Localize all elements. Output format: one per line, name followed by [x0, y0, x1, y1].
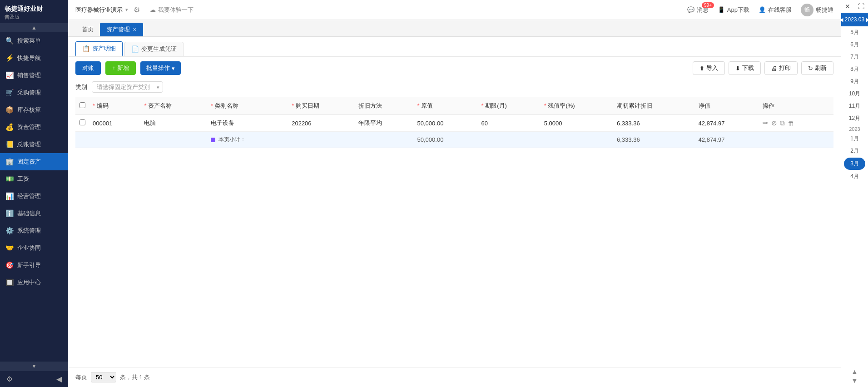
- tab-asset-mgmt[interactable]: 资产管理 ✕: [100, 23, 143, 36]
- appcenter-icon: 🔲: [5, 278, 14, 287]
- per-page-select[interactable]: 50 10 20 100: [91, 372, 116, 382]
- copy-icon[interactable]: ⧉: [780, 119, 785, 127]
- message-badge: 99+: [702, 2, 714, 8]
- cal-month-11[interactable]: 11月: [841, 100, 868, 112]
- sidebar-scroll-down[interactable]: ▼: [0, 362, 68, 371]
- sidebar-item-payroll[interactable]: 💵 工资: [0, 170, 68, 188]
- company-selector[interactable]: 医疗器械行业演示 ▾: [75, 6, 128, 14]
- tab-home[interactable]: 首页: [75, 23, 100, 36]
- batch-button[interactable]: 批量操作 ▾: [140, 61, 181, 75]
- sidebar-item-system[interactable]: ⚙️ 系统管理: [0, 222, 68, 239]
- row-net-value: 42,874.97: [695, 115, 759, 132]
- row-original-value: 50,000.00: [414, 115, 478, 132]
- app-download-label: App下载: [727, 6, 749, 14]
- category-select-wrap: 请选择固定资产类别: [92, 81, 163, 93]
- download-icon: 📱: [718, 6, 725, 13]
- cal-month-4[interactable]: 4月: [841, 170, 868, 183]
- experience-btn[interactable]: ☁ 我要体验一下: [150, 6, 193, 14]
- cal-month-1[interactable]: 1月: [841, 133, 868, 145]
- change-voucher-icon: 📄: [131, 45, 139, 53]
- sidebar-item-basic-info[interactable]: ℹ️ 基础信息: [0, 205, 68, 222]
- table-row: 000001 电脑 电子设备 202206 年限平均 50,000.00 60 …: [75, 115, 833, 132]
- cal-month-2[interactable]: 2月: [841, 145, 868, 157]
- ledger-icon: 📒: [5, 140, 14, 149]
- sidebar-item-operations[interactable]: 📊 经营管理: [0, 188, 68, 205]
- calendar-next-icon[interactable]: ▶: [865, 17, 868, 23]
- topbar: 医疗器械行业演示 ▾ ⚙ ☁ 我要体验一下 💬 消息 99+ 📱 App下载 👤…: [68, 0, 841, 20]
- sidebar-bottom: ⚙ ◀: [0, 371, 68, 387]
- sidebar-collapse-icon[interactable]: ◀: [56, 375, 62, 383]
- calendar-expand-btn[interactable]: ⛶: [857, 2, 865, 11]
- sidebar-logo: 畅捷通好业财 普及版: [0, 0, 68, 23]
- col-initial-accumulated: 期初累计折旧: [613, 97, 695, 115]
- col-action: 操作: [759, 97, 833, 115]
- import-icon: ⬆: [699, 65, 704, 72]
- subtotal-row: 本页小计： 50,000.00 6,333.36 42,874.97: [75, 132, 833, 148]
- calendar-prev-icon[interactable]: ◀: [838, 17, 844, 23]
- cal-month-8[interactable]: 8月: [841, 63, 868, 75]
- category-select[interactable]: 请选择固定资产类别: [92, 81, 163, 93]
- sidebar-item-finance[interactable]: 💰 资金管理: [0, 119, 68, 136]
- sidebar-item-fixed-assets[interactable]: 🏢 固定资产: [0, 153, 68, 170]
- total-label: 条，共 1 条: [120, 373, 150, 382]
- sidebar-item-label: 总账管理: [17, 140, 41, 149]
- edit-icon[interactable]: ✏: [763, 119, 769, 127]
- cal-month-7[interactable]: 7月: [841, 51, 868, 63]
- sidebar-item-label: 搜索菜单: [17, 37, 41, 45]
- sidebar: 畅捷通好业财 普及版 ▲ 🔍 搜索菜单 ⚡ 快捷导航 📈 销售管理 🛒 采购管理…: [0, 0, 68, 387]
- user-action[interactable]: 畅 畅捷通: [801, 4, 833, 16]
- disable-icon[interactable]: ⊘: [771, 119, 777, 127]
- reconcile-button[interactable]: 对账: [75, 61, 101, 75]
- message-action[interactable]: 💬 消息 99+: [687, 6, 709, 14]
- cal-month-9[interactable]: 9月: [841, 75, 868, 88]
- per-page-label: 每页: [75, 373, 87, 382]
- sidebar-item-app-center[interactable]: 🔲 应用中心: [0, 274, 68, 291]
- cal-month-12[interactable]: 12月: [841, 112, 868, 124]
- tab-close-icon[interactable]: ✕: [133, 27, 137, 33]
- sidebar-item-inventory[interactable]: 📦 库存核算: [0, 101, 68, 119]
- sub-tab-change-voucher[interactable]: 📄 变更生成凭证: [124, 42, 184, 56]
- sidebar-item-enterprise[interactable]: 🤝 企业协同: [0, 239, 68, 257]
- new-button[interactable]: + 新增: [105, 61, 136, 75]
- sidebar-item-guide[interactable]: 🎯 新手引导: [0, 257, 68, 274]
- col-code: 编码: [89, 97, 140, 115]
- sidebar-item-quick-nav[interactable]: ⚡ 快捷导航: [0, 50, 68, 67]
- sidebar-scroll-up[interactable]: ▲: [0, 23, 68, 32]
- cal-scroll-up-btn[interactable]: ▲: [852, 368, 858, 375]
- sidebar-settings-icon[interactable]: ⚙: [6, 375, 13, 383]
- cal-month-5[interactable]: 5月: [841, 26, 868, 39]
- app-edition: 普及版: [5, 14, 20, 20]
- online-service-action[interactable]: 👤 在线客服: [759, 6, 792, 14]
- asset-detail-icon: 📋: [82, 45, 90, 52]
- sidebar-item-label: 销售管理: [17, 71, 41, 79]
- sidebar-item-label: 基础信息: [17, 209, 41, 218]
- sidebar-item-label: 采购管理: [17, 89, 41, 97]
- download-button[interactable]: ⬇ 下载: [729, 61, 761, 75]
- sidebar-item-purchase[interactable]: 🛒 采购管理: [0, 84, 68, 101]
- select-all-checkbox[interactable]: [79, 102, 85, 108]
- category-label: 类别: [75, 83, 87, 91]
- delete-icon[interactable]: 🗑: [788, 119, 794, 127]
- calendar-panel: ✕ ⛶ ◀ 2023.03 ▶ 5月 6月 7月 8月 9月 10月 11月 1…: [841, 0, 868, 387]
- fixed-assets-icon: 🏢: [5, 158, 14, 166]
- cal-scroll-down-btn[interactable]: ▼: [852, 377, 858, 384]
- app-download-action[interactable]: 📱 App下载: [718, 6, 749, 14]
- cal-month-6[interactable]: 6月: [841, 39, 868, 51]
- refresh-button[interactable]: ↻ 刷新: [801, 61, 833, 75]
- sidebar-item-sales[interactable]: 📈 销售管理: [0, 67, 68, 84]
- calendar-bottom-btns: ▲ ▼: [841, 365, 868, 387]
- cal-month-10[interactable]: 10月: [841, 88, 868, 100]
- calendar-close-btn[interactable]: ✕: [844, 2, 851, 11]
- cal-month-3[interactable]: 3月: [844, 158, 865, 170]
- sidebar-item-search[interactable]: 🔍 搜索菜单: [0, 32, 68, 50]
- row-checkbox[interactable]: [79, 119, 85, 125]
- operations-icon: 📊: [5, 192, 14, 200]
- print-button[interactable]: 🖨 打印: [764, 61, 798, 75]
- import-button[interactable]: ⬆ 导入: [693, 61, 725, 75]
- sidebar-item-ledger[interactable]: 📒 总账管理: [0, 136, 68, 153]
- settings-gear-icon[interactable]: ⚙: [134, 5, 140, 14]
- sub-tab-asset-detail[interactable]: 📋 资产明细: [75, 41, 123, 56]
- row-code: 000001: [89, 115, 140, 132]
- search-icon: 🔍: [5, 37, 14, 45]
- app-name: 畅捷通好业财: [5, 5, 43, 13]
